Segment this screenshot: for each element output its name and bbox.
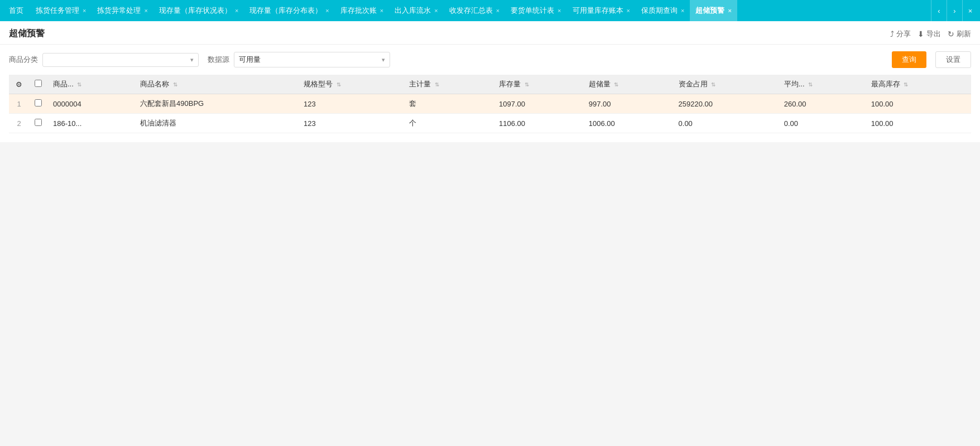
sort-icon: ⇅ [904, 81, 908, 88]
cell-unit: 套 [403, 94, 493, 114]
col-spec[interactable]: 规格型号 ⇅ [298, 75, 403, 94]
chevron-down-icon: ▾ [382, 56, 385, 64]
nav-arrow-left[interactable]: ‹ [931, 0, 947, 21]
set-button[interactable]: 设置 [935, 51, 971, 68]
sort-icon: ⇅ [435, 81, 439, 88]
nav-home[interactable]: 首页 [2, 0, 30, 21]
nav-arrows: ‹ › × [931, 0, 978, 21]
row-checkbox[interactable] [35, 99, 42, 106]
row-checkbox[interactable] [35, 119, 42, 126]
cell-overstock-qty: 997.00 [583, 94, 673, 114]
cell-product-name: 机油滤清器 [134, 114, 298, 133]
cell-avg: 260.00 [779, 94, 866, 114]
col-avg[interactable]: 平均... ⇅ [779, 75, 866, 94]
nav-arrow-right[interactable]: › [947, 0, 962, 21]
row-index: 1 [9, 94, 29, 114]
sort-icon: ⇅ [525, 81, 529, 88]
nav-item-stock-batch[interactable]: 库存批次账 × [335, 0, 389, 21]
close-icon[interactable]: × [380, 7, 383, 14]
filter-row: 商品分类 ▾ 数据源 可用量 ▾ 查询 设置 [0, 45, 980, 75]
nav-item-available-book[interactable]: 可用量库存账本 × [567, 0, 636, 21]
nav-item-abnormal[interactable]: 拣货异常处理 × [92, 0, 153, 21]
close-icon[interactable]: × [681, 7, 684, 14]
cell-max-stock: 100.00 [866, 94, 971, 114]
refresh-icon: ↻ [948, 30, 954, 38]
sort-icon: ⇅ [614, 81, 618, 88]
table-row: 2 186-10... 机油滤清器 123 个 1106.00 1006.00 … [9, 114, 971, 133]
gear-icon[interactable]: ⚙ [16, 80, 22, 89]
sort-icon: ⇅ [77, 81, 81, 88]
close-icon[interactable]: × [144, 7, 147, 14]
datasource-filter-group: 数据源 可用量 ▾ [208, 52, 390, 67]
close-icon[interactable]: × [325, 7, 329, 14]
cell-avg: 0.00 [779, 114, 866, 133]
cell-capital-occupy: 0.00 [673, 114, 779, 133]
cell-product-code: 0000004 [47, 94, 134, 114]
sort-icon: ⇅ [808, 81, 813, 88]
col-max-stock[interactable]: 最高库存 ⇅ [866, 75, 971, 94]
category-select-value [47, 56, 50, 64]
row-index: 2 [9, 114, 29, 133]
share-button[interactable]: ⤴ 分享 [890, 29, 911, 39]
close-icon[interactable]: × [235, 7, 238, 14]
overstock-table: ⚙ 商品... ⇅ 商品名称 ⇅ 规格型号 ⇅ [9, 75, 971, 133]
chevron-down-icon: ▾ [190, 56, 194, 64]
cell-max-stock: 100.00 [866, 114, 971, 133]
top-navigation: 首页 拣货任务管理 × 拣货异常处理 × 现存量（库存状况表） × 现存量（库存… [0, 0, 980, 21]
col-overstock-qty[interactable]: 超储量 ⇅ [583, 75, 673, 94]
export-button[interactable]: ⬇ 导出 [917, 29, 941, 39]
cell-unit: 个 [403, 114, 493, 133]
cell-stock-qty: 1106.00 [493, 114, 583, 133]
category-label: 商品分类 [9, 55, 38, 65]
col-product-code[interactable]: 商品... ⇅ [47, 75, 134, 94]
close-icon[interactable]: × [83, 7, 86, 14]
refresh-button[interactable]: ↻ 刷新 [948, 29, 971, 39]
nav-item-order-stats[interactable]: 要货单统计表 × [505, 0, 566, 21]
datasource-label: 数据源 [208, 55, 229, 65]
table-container: ⚙ 商品... ⇅ 商品名称 ⇅ 规格型号 ⇅ [0, 75, 980, 142]
col-unit[interactable]: 主计量 ⇅ [403, 75, 493, 94]
col-capital-occupy[interactable]: 资金占用 ⇅ [673, 75, 779, 94]
sort-icon: ⇅ [337, 81, 341, 88]
sort-icon: ⇅ [173, 81, 177, 88]
nav-item-receive-summary[interactable]: 收发存汇总表 × [444, 0, 505, 21]
cell-overstock-qty: 1006.00 [583, 114, 673, 133]
category-select[interactable]: ▾ [42, 53, 199, 67]
close-icon[interactable]: × [496, 7, 499, 14]
export-icon: ⬇ [917, 30, 924, 38]
cell-stock-qty: 1097.00 [493, 94, 583, 114]
cell-spec: 123 [298, 94, 403, 114]
nav-arrow-close[interactable]: × [962, 0, 978, 21]
query-button[interactable]: 查询 [892, 51, 926, 68]
table-header-row: ⚙ 商品... ⇅ 商品名称 ⇅ 规格型号 ⇅ [9, 75, 971, 94]
nav-item-task-mgmt[interactable]: 拣货任务管理 × [30, 0, 92, 21]
cell-capital-occupy: 259220.00 [673, 94, 779, 114]
nav-item-overstock-alert[interactable]: 超储预警 × [690, 0, 737, 21]
nav-item-in-out-flow[interactable]: 出入库流水 × [389, 0, 443, 21]
col-select-all[interactable] [29, 75, 47, 94]
cell-product-name: 六配套新昌490BPG [134, 94, 298, 114]
category-filter-group: 商品分类 ▾ [9, 53, 199, 67]
sort-icon: ⇅ [711, 81, 715, 88]
close-icon[interactable]: × [627, 7, 630, 14]
nav-item-stock-dist[interactable]: 现存量（库存分布表） × [244, 0, 334, 21]
close-icon[interactable]: × [558, 7, 561, 14]
datasource-select-value: 可用量 [239, 55, 261, 65]
close-icon[interactable]: × [728, 7, 731, 14]
share-icon: ⤴ [890, 30, 894, 38]
row-checkbox-cell[interactable] [29, 94, 47, 114]
page-title: 超储预警 [9, 28, 45, 40]
nav-item-stock-status[interactable]: 现存量（库存状况表） × [153, 0, 244, 21]
select-all-checkbox[interactable] [35, 80, 42, 87]
row-checkbox-cell[interactable] [29, 114, 47, 133]
page-container: 超储预警 ⤴ 分享 ⬇ 导出 ↻ 刷新 商品分类 ▾ 数据源 [0, 21, 980, 142]
nav-item-shelf-life[interactable]: 保质期查询 × [636, 0, 690, 21]
page-header: 超储预警 ⤴ 分享 ⬇ 导出 ↻ 刷新 [0, 21, 980, 45]
col-product-name[interactable]: 商品名称 ⇅ [134, 75, 298, 94]
close-icon[interactable]: × [434, 7, 438, 14]
cell-spec: 123 [298, 114, 403, 133]
datasource-select[interactable]: 可用量 ▾ [234, 52, 390, 67]
header-actions: ⤴ 分享 ⬇ 导出 ↻ 刷新 [890, 29, 971, 39]
col-settings[interactable]: ⚙ [9, 75, 29, 94]
col-stock-qty[interactable]: 库存量 ⇅ [493, 75, 583, 94]
